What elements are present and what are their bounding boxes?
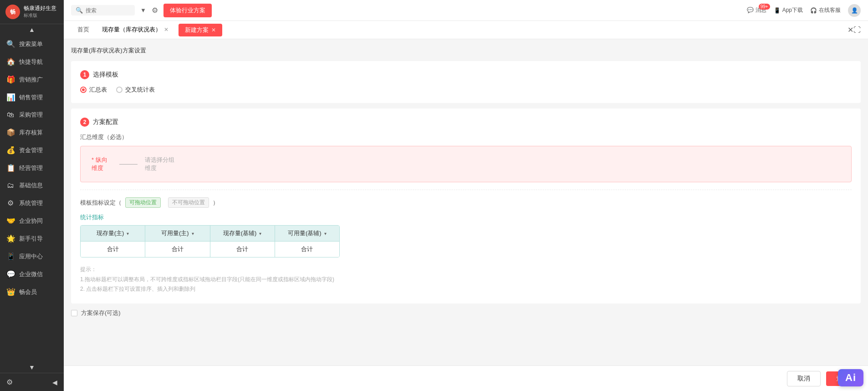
sidebar-item-label: 营销推广	[19, 76, 43, 84]
ai-badge[interactable]: Ai	[838, 369, 863, 386]
tag-draggable: 可拖动位置	[125, 197, 161, 208]
headset-icon: 🎧	[810, 7, 817, 14]
sidebar-item-enterprise[interactable]: 🤝 企业协同	[0, 212, 64, 230]
cancel-button[interactable]: 取消	[787, 371, 821, 386]
sidebar-item-app-center[interactable]: 📱 应用中心	[0, 247, 64, 265]
sidebar-item-new-guide[interactable]: 🌟 新手引导	[0, 230, 64, 247]
stats-title: 统计指标	[80, 213, 852, 221]
settings-gear-icon[interactable]: ⚙	[152, 6, 158, 15]
step2-title: 方案配置	[93, 118, 118, 126]
sidebar-item-label: 系统管理	[19, 199, 43, 207]
sidebar-nav: 🔍 搜索菜单 🏠 快捷导航 🎁 营销推广 📊 销售管理 🛍 采购管理 📦 库存核…	[0, 35, 64, 362]
sidebar-item-label: 快捷导航	[19, 58, 43, 66]
sidebar-logo: 畅 畅康通好生意 标准版	[0, 0, 64, 24]
tab-new-close[interactable]: ✕	[211, 27, 216, 33]
sidebar-item-label: 搜索菜单	[19, 40, 43, 48]
marketing-icon: 🎁	[6, 75, 15, 84]
dim-separator	[119, 164, 138, 165]
sidebar-item-finance[interactable]: 💰 资金管理	[0, 141, 64, 159]
sidebar-item-search-menu[interactable]: 🔍 搜索菜单	[0, 35, 64, 53]
radio-cross-label: 交叉统计表	[125, 86, 155, 94]
tab-new-scheme[interactable]: 新建方案 ✕	[179, 24, 222, 36]
sidebar-item-quick-nav[interactable]: 🏠 快捷导航	[0, 53, 64, 71]
tab-inventory-status[interactable]: 现存量（库存状况表） ✕	[96, 22, 175, 38]
col-data-1: 合计	[145, 242, 210, 257]
step1-card: 1 选择模板 汇总表 交叉统计表	[71, 61, 861, 103]
quick-nav-icon: 🏠	[6, 57, 15, 66]
inventory-icon: 📦	[6, 128, 15, 137]
topbar-right: 💬 消息 99+ 📱 App下载 🎧 在线客服 👤	[747, 4, 861, 17]
save-checkbox[interactable]	[71, 310, 77, 316]
tab-home[interactable]: 首页	[71, 22, 96, 38]
app-logo-icon: 畅	[5, 5, 20, 19]
tip-2: 2. 点击标题栏下拉可设置排序、插入列和删除列	[80, 284, 852, 294]
app-download-btn[interactable]: 📱 App下载	[774, 6, 803, 14]
basic-info-icon: 🗂	[6, 181, 15, 190]
tab-inventory-close[interactable]: ✕	[164, 26, 168, 33]
tip-1: 1.拖动标题栏可以调整布局，不可跨维度或指标区域拖动栏目字段(只能在同一维度或指…	[80, 275, 852, 285]
sidebar-item-label: 经营管理	[19, 164, 43, 172]
chevron-icon-1: ▾	[192, 231, 194, 236]
trial-btn[interactable]: 体验行业方案	[163, 4, 212, 17]
close-panel-btn[interactable]: ✕	[848, 26, 853, 34]
new-guide-icon: 🌟	[6, 234, 15, 243]
sidebar-item-marketing[interactable]: 🎁 营销推广	[0, 71, 64, 88]
col-header-3[interactable]: 可用量(基辅) ▾	[275, 226, 339, 241]
topbar: 🔍 ▼ ⚙ 体验行业方案 💬 消息 99+ 📱 App下载 🎧 在线客服 👤	[64, 0, 868, 21]
enterprise-icon: 🤝	[6, 216, 15, 225]
stats-table-header: 现存量(主) ▾ 可用量(主) ▾ 现存量(基辅) ▾ 可用量(基辅)	[81, 226, 339, 241]
sidebar-scroll-up[interactable]: ▲	[0, 24, 64, 35]
sidebar-item-label: 采购管理	[19, 111, 43, 119]
sidebar-bottom: ⚙ ◀	[0, 373, 64, 391]
sidebar-item-wechat[interactable]: 💬 企业微信	[0, 265, 64, 283]
sidebar-item-label: 应用中心	[19, 252, 43, 261]
dimension-box[interactable]: * 纵向维度 请选择分组维度	[80, 146, 852, 182]
sidebar-item-basic-info[interactable]: 🗂 基础信息	[0, 177, 64, 194]
app-center-icon: 📱	[6, 252, 15, 261]
search-box[interactable]: 🔍	[71, 5, 135, 15]
sidebar-item-label: 企业协同	[19, 217, 43, 225]
dropdown-icon[interactable]: ▼	[140, 7, 146, 14]
chevron-icon-2: ▾	[259, 231, 261, 236]
sidebar-item-inventory[interactable]: 📦 库存核算	[0, 123, 64, 141]
search-input[interactable]	[86, 7, 130, 14]
stats-section: 统计指标 现存量(主) ▾ 可用量(主) ▾ 现存量(基辅)	[80, 213, 852, 257]
sidebar-item-label: 畅会员	[19, 288, 37, 296]
sidebar-item-sales[interactable]: 📊 销售管理	[0, 88, 64, 106]
sidebar-item-purchase[interactable]: 🛍 采购管理	[0, 106, 64, 123]
sidebar-item-label: 资金管理	[19, 146, 43, 154]
step1-header: 1 选择模板	[80, 70, 852, 79]
sidebar-item-operations[interactable]: 📋 经营管理	[0, 159, 64, 177]
vip-icon: 👑	[6, 288, 15, 296]
settings-icon[interactable]: ⚙	[6, 378, 13, 386]
app-name: 畅康通好生意	[24, 5, 56, 12]
save-option: 方案保存(可选)	[71, 309, 861, 317]
tabs-bar: 首页 现存量（库存状况表） ✕ 新建方案 ✕ ✕ ⛶	[64, 21, 868, 39]
expand-panel-btn[interactable]: ⛶	[853, 26, 861, 34]
sidebar-item-vip[interactable]: 👑 畅会员	[0, 283, 64, 301]
indicator-close-paren: ）	[213, 199, 219, 207]
user-avatar[interactable]: 👤	[848, 4, 861, 17]
message-icon: 💬	[747, 7, 754, 13]
chevron-icon-3: ▾	[324, 231, 327, 236]
radio-summary[interactable]: 汇总表	[80, 86, 107, 94]
tips-section: 提示： 1.拖动标题栏可以调整布局，不可跨维度或指标区域拖动栏目字段(只能在同一…	[80, 265, 852, 294]
page-title: 现存量(库存状况表)方案设置	[71, 46, 861, 55]
sidebar-item-system[interactable]: ⚙ 系统管理	[0, 194, 64, 212]
purchase-icon: 🛍	[6, 111, 15, 119]
save-label: 方案保存(可选)	[81, 309, 121, 317]
col-header-1[interactable]: 可用量(主) ▾	[145, 226, 210, 241]
sidebar-scroll-down[interactable]: ▼	[0, 362, 64, 373]
online-service-btn[interactable]: 🎧 在线客服	[810, 6, 841, 14]
operations-icon: 📋	[6, 164, 15, 172]
messages-wrap[interactable]: 💬 消息 99+	[747, 6, 766, 14]
col-header-label-0: 现存量(主)	[97, 229, 124, 237]
radio-cross[interactable]: 交叉统计表	[116, 86, 155, 94]
col-header-0[interactable]: 现存量(主) ▾	[81, 226, 145, 241]
tab-home-label: 首页	[77, 26, 89, 34]
collapse-icon[interactable]: ◀	[52, 379, 57, 386]
sidebar-item-label: 基础信息	[19, 181, 43, 190]
sidebar: 畅 畅康通好生意 标准版 ▲ 🔍 搜索菜单 🏠 快捷导航 🎁 营销推广 📊 销售…	[0, 0, 64, 391]
col-header-2[interactable]: 现存量(基辅) ▾	[210, 226, 275, 241]
messages-badge: 99+	[759, 4, 770, 10]
